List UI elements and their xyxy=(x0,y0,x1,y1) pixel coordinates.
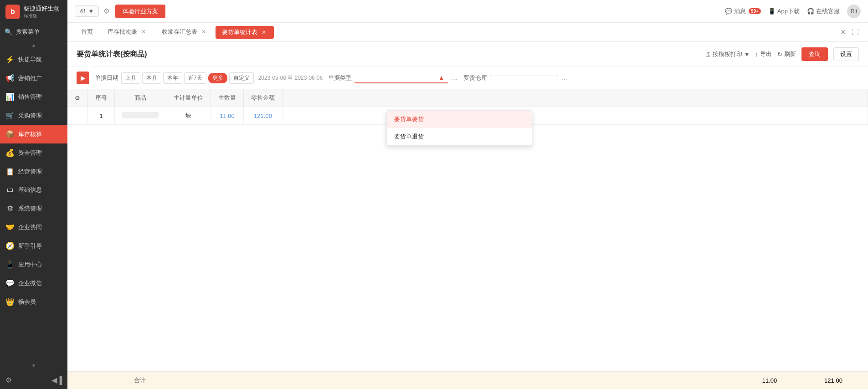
topbar-left: 41 ▼ ⚙ 体验行业方案 xyxy=(75,5,725,18)
inventory-label: 库存核算 xyxy=(18,130,42,138)
tab-fullscreen-icon[interactable]: ⛶ xyxy=(850,27,861,37)
sidebar-item-inventory[interactable]: 📦 库存核算 xyxy=(0,125,67,143)
phone-icon: 📱 xyxy=(768,8,776,15)
order-type-more-icon[interactable]: … xyxy=(451,74,458,82)
refresh-btn[interactable]: ↻ 刷新 xyxy=(777,50,796,58)
sidebar-item-finance[interactable]: 💰 资金管理 xyxy=(0,143,67,162)
refresh-icon: ↻ xyxy=(777,51,782,58)
print-template-btn[interactable]: 🖨 按模板打印 ▼ xyxy=(705,50,750,58)
more-dates-btn[interactable]: 更多 xyxy=(208,73,227,83)
tab-expand-icon[interactable]: ✕ xyxy=(838,27,848,37)
order-type-dropdown: 要货单要货 要货单退货 xyxy=(386,110,532,146)
sidebar-scroll-down[interactable]: ▼ xyxy=(0,361,67,371)
shortcut-label: 快捷导航 xyxy=(18,56,42,64)
user-avatar[interactable]: Rit xyxy=(847,5,861,18)
this-year-btn[interactable]: 本年 xyxy=(163,72,182,84)
tab-request-summary[interactable]: 要货单统计表 ✕ xyxy=(216,26,274,39)
sidebar-item-operations[interactable]: 📋 经营管理 xyxy=(0,162,67,181)
tab-home[interactable]: 首页 xyxy=(75,24,99,41)
finance-label: 资金管理 xyxy=(18,149,42,157)
guide-label: 新手引导 xyxy=(18,242,42,250)
base-icon: 🗂 xyxy=(5,186,15,194)
cell-product-0 xyxy=(115,107,166,125)
store-dropdown-icon: ▼ xyxy=(88,8,94,15)
collapse-icon[interactable]: ◀▐ xyxy=(51,376,62,384)
last-month-btn[interactable]: 上月 xyxy=(121,72,140,84)
sidebar-item-base[interactable]: 🗂 基础信息 xyxy=(0,181,67,199)
total-quantity: 11.00 xyxy=(742,377,797,384)
tab-inventory-batch[interactable]: 库存批次账 ✕ xyxy=(101,24,154,41)
messages-label: 消息 xyxy=(734,7,746,15)
total-label: 合计 xyxy=(134,376,146,384)
app-download-btn[interactable]: 📱 App下载 xyxy=(768,7,800,15)
tab-close-inventory-batch[interactable]: ✕ xyxy=(140,28,147,36)
last-7days-btn[interactable]: 近7天 xyxy=(184,72,206,84)
table-header-extra xyxy=(282,89,868,107)
sidebar-item-marketing[interactable]: 📢 营销推广 xyxy=(0,69,67,87)
sidebar-item-member[interactable]: 👑 畅会员 xyxy=(0,292,67,311)
tabbar-right: ✕ ⛶ xyxy=(838,27,861,37)
export-btn[interactable]: ↑ 导出 xyxy=(755,50,772,58)
sidebar-search[interactable]: 🔍 搜索菜单 xyxy=(0,24,67,40)
tab-close-request-summary[interactable]: ✕ xyxy=(260,29,267,36)
settings-icon[interactable]: ⚙ xyxy=(5,376,12,384)
operations-label: 经营管理 xyxy=(18,168,42,176)
headset-icon: 🎧 xyxy=(807,8,814,15)
table-header-quantity: 主数量 xyxy=(211,89,244,107)
messages-btn[interactable]: 💬 消息 99+ xyxy=(725,7,761,15)
main-content: 41 ▼ ⚙ 体验行业方案 💬 消息 99+ 📱 App下载 🎧 在线客服 Ri… xyxy=(67,0,868,389)
base-label: 基础信息 xyxy=(18,186,42,194)
messages-badge: 99+ xyxy=(749,8,761,14)
topbar-settings-icon[interactable]: ⚙ xyxy=(103,7,110,15)
table-header-settings[interactable]: ⚙ xyxy=(67,89,88,107)
tab-close-receivable-summary[interactable]: ✕ xyxy=(200,28,207,36)
warehouse-more-icon[interactable]: … xyxy=(561,74,568,82)
trial-button[interactable]: 体验行业方案 xyxy=(115,5,165,18)
wechat-label: 企业微信 xyxy=(18,279,42,287)
sidebar-item-sales[interactable]: 📊 销售管理 xyxy=(0,87,67,106)
product-name-placeholder-0 xyxy=(122,112,159,118)
date-range-text: 2023-05-06 至 2023-06-06 xyxy=(258,74,323,82)
order-type-label: 单据类型 xyxy=(328,74,352,82)
wechat-icon: 💬 xyxy=(5,279,15,287)
purchase-icon: 🛒 xyxy=(5,111,15,120)
sidebar-item-shortcut[interactable]: ⚡ 快捷导航 xyxy=(0,50,67,69)
cell-extra-0 xyxy=(282,107,868,125)
sidebar-item-enterprise[interactable]: 🤝 企业协同 xyxy=(0,218,67,236)
sales-label: 销售管理 xyxy=(18,93,42,101)
order-type-select[interactable]: ▲ xyxy=(354,73,448,83)
print-icon: 🖨 xyxy=(705,51,711,58)
enterprise-label: 企业协同 xyxy=(18,223,42,231)
app-logo-text: 畅捷通好生意 标准版 xyxy=(24,5,59,19)
cell-settings-0 xyxy=(67,107,88,125)
this-month-btn[interactable]: 本月 xyxy=(142,72,161,84)
tabbar: 首页 库存批次账 ✕ 收发存汇总表 ✕ 要货单统计表 ✕ ✕ ⛶ xyxy=(67,23,868,42)
online-service-btn[interactable]: 🎧 在线客服 xyxy=(807,7,840,15)
store-selector[interactable]: 41 ▼ xyxy=(75,5,99,17)
system-icon: ⚙ xyxy=(5,204,15,213)
export-icon: ↑ xyxy=(755,51,759,58)
custom-date-btn[interactable]: 自定义 xyxy=(229,72,254,84)
query-button[interactable]: 查询 xyxy=(801,47,828,61)
sidebar-item-system[interactable]: ⚙ 系统管理 xyxy=(0,199,67,218)
sidebar-item-purchase[interactable]: 🛒 采购管理 xyxy=(0,106,67,125)
tab-receivable-summary[interactable]: 收发存汇总表 ✕ xyxy=(155,24,214,41)
sidebar-item-apps[interactable]: 📱 应用中心 xyxy=(0,255,67,274)
warehouse-select[interactable] xyxy=(490,76,558,80)
sidebar-item-wechat[interactable]: 💬 企业微信 xyxy=(0,274,67,292)
order-type-chevron-up: ▲ xyxy=(438,74,444,81)
date-filter-label: 单据日期 xyxy=(95,74,118,82)
print-dropdown-icon: ▼ xyxy=(744,51,750,58)
sidebar-logo: b 畅捷通好生意 标准版 xyxy=(0,0,67,24)
settings-button[interactable]: 设置 xyxy=(833,47,859,61)
page-content: 要货单统计表(按商品) 🖨 按模板打印 ▼ ↑ 导出 ↻ 刷新 查询 设置 xyxy=(67,42,868,389)
sidebar-scroll-up[interactable]: ▲ xyxy=(0,40,67,50)
order-type-input[interactable] xyxy=(358,74,435,81)
filter-expand-btn[interactable]: ▶ xyxy=(77,72,89,84)
sidebar-nav: ⚡ 快捷导航 📢 营销推广 📊 销售管理 🛒 采购管理 📦 库存核算 💰 资金管… xyxy=(0,50,67,361)
dropdown-item-request-return[interactable]: 要货单退货 xyxy=(387,128,532,145)
dropdown-item-request-goods[interactable]: 要货单要货 xyxy=(387,111,532,128)
sidebar-item-guide[interactable]: 🧭 新手引导 xyxy=(0,236,67,255)
date-filter-btns: 上月 本月 本年 近7天 更多 自定义 xyxy=(121,72,254,84)
filter-bar: ▶ 单据日期 上月 本月 本年 近7天 更多 自定义 2023-05-06 至 … xyxy=(67,67,868,89)
